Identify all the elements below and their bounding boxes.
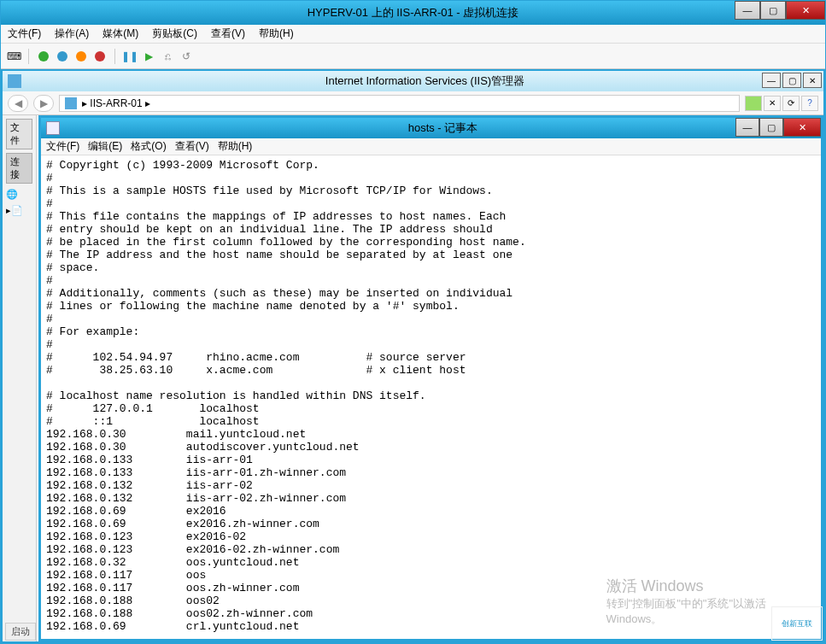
iis-icon [8, 74, 21, 88]
vm-menubar: 文件(F) 操作(A) 媒体(M) 剪贴板(C) 查看(V) 帮助(H) [1, 25, 825, 44]
iis-title: Internet Information Services (IIS)管理器 [26, 73, 823, 89]
tree-node-icon[interactable]: ▸📄 [6, 205, 32, 216]
breadcrumb[interactable]: ▸ IIS-ARR-01 ▸ [59, 95, 740, 112]
nav-icon-1[interactable] [745, 96, 762, 111]
notepad-close-button[interactable]: ✕ [783, 118, 821, 137]
notepad-icon [46, 121, 60, 135]
vm-menu-help[interactable]: 帮助(H) [255, 25, 297, 43]
notepad-window-controls: — ▢ ✕ [735, 118, 821, 137]
notepad-text-area[interactable]: # Copyright (c) 1993-2009 Microsoft Corp… [41, 155, 821, 639]
notepad-title: hosts - 记事本 [65, 120, 821, 136]
minimize-button[interactable]: — [735, 1, 760, 20]
nav-forward-button[interactable]: ▶ [33, 95, 54, 112]
nav-icon-3[interactable]: ⟳ [782, 96, 800, 111]
vm-menu-media[interactable]: 媒体(M) [99, 25, 142, 43]
save-button[interactable] [92, 49, 108, 64]
vm-toolbar: ⌨ ❚❚ ▶ ⎌ ↺ [1, 44, 825, 69]
vm-menu-action[interactable]: 操作(A) [51, 25, 92, 43]
nav-right-icons: ✕ ⟳ ? [745, 96, 818, 111]
notepad-maximize-button[interactable]: ▢ [759, 118, 783, 137]
np-menu-format[interactable]: 格式(O) [131, 139, 166, 154]
shutdown-button[interactable] [73, 49, 89, 64]
checkpoint-button[interactable]: ⎌ [160, 49, 175, 64]
taskbar-item[interactable]: 启动 [5, 623, 36, 641]
nav-back-button[interactable]: ◀ [8, 95, 28, 112]
revert-button[interactable]: ↺ [179, 49, 194, 64]
np-menu-file[interactable]: 文件(F) [46, 139, 79, 154]
notepad-menubar: 文件(F) 编辑(E) 格式(O) 查看(V) 帮助(H) [41, 138, 821, 155]
brand-logo: 创新互联 [771, 606, 823, 641]
left-tab-file[interactable]: 文件 [6, 119, 32, 149]
vm-title: HYPERV-01 上的 IIS-ARR-01 - 虚拟机连接 [1, 5, 825, 20]
start-button[interactable] [36, 49, 51, 64]
tree-icon[interactable]: 🌐 [6, 189, 32, 200]
vm-titlebar[interactable]: HYPERV-01 上的 IIS-ARR-01 - 虚拟机连接 — ▢ ✕ [1, 1, 825, 25]
breadcrumb-text: ▸ IIS-ARR-01 ▸ [82, 97, 150, 109]
pause-button[interactable]: ❚❚ [122, 49, 138, 64]
vm-menu-view[interactable]: 查看(V) [208, 25, 249, 43]
iis-manager-window: Internet Information Services (IIS)管理器 —… [1, 69, 825, 643]
close-button[interactable]: ✕ [786, 1, 825, 20]
vm-connection-window: HYPERV-01 上的 IIS-ARR-01 - 虚拟机连接 — ▢ ✕ 文件… [0, 0, 826, 644]
iis-window-controls: — ▢ ✕ [762, 73, 822, 88]
vm-menu-clipboard[interactable]: 剪贴板(C) [149, 25, 201, 43]
vm-window-controls: — ▢ ✕ [735, 1, 825, 20]
reset-button[interactable]: ▶ [141, 49, 156, 64]
breadcrumb-icon [65, 97, 77, 109]
toolbar-divider [28, 49, 29, 64]
hosts-file-content[interactable]: # Copyright (c) 1993-2009 Microsoft Corp… [46, 159, 816, 633]
iis-navigation-bar: ◀ ▶ ▸ IIS-ARR-01 ▸ ✕ ⟳ ? [3, 91, 823, 115]
iis-titlebar[interactable]: Internet Information Services (IIS)管理器 —… [3, 71, 823, 91]
notepad-titlebar[interactable]: hosts - 记事本 — ▢ ✕ [41, 118, 821, 138]
iis-body: 文件 连接 🌐 ▸📄 hosts - 记事本 — ▢ ✕ 文件(F) [3, 115, 823, 641]
iis-close-button[interactable]: ✕ [803, 73, 822, 88]
vm-menu-file[interactable]: 文件(F) [4, 25, 44, 43]
np-menu-edit[interactable]: 编辑(E) [88, 139, 122, 154]
nav-icon-2[interactable]: ✕ [764, 96, 781, 111]
notepad-minimize-button[interactable]: — [735, 118, 759, 137]
notepad-window: hosts - 记事本 — ▢ ✕ 文件(F) 编辑(E) 格式(O) 查看(V… [38, 115, 823, 641]
left-tab-connections[interactable]: 连接 [6, 153, 32, 184]
np-menu-help[interactable]: 帮助(H) [218, 139, 253, 154]
nav-help-icon[interactable]: ? [801, 96, 818, 111]
maximize-button[interactable]: ▢ [760, 1, 786, 20]
np-menu-view[interactable]: 查看(V) [175, 139, 209, 154]
ctrl-alt-del-icon[interactable]: ⌨ [6, 49, 21, 64]
toolbar-divider [114, 49, 115, 64]
iis-maximize-button[interactable]: ▢ [782, 73, 801, 88]
brand-text: 创新互联 [782, 618, 812, 629]
iis-minimize-button[interactable]: — [762, 73, 781, 88]
turnoff-button[interactable] [55, 49, 70, 64]
iis-left-panel: 文件 连接 🌐 ▸📄 [3, 115, 37, 641]
